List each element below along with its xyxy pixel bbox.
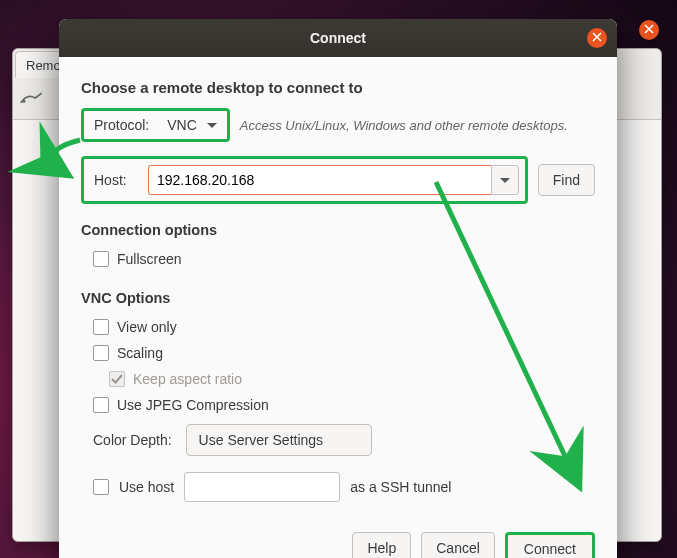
close-icon: [592, 31, 602, 45]
viewonly-row: View only: [81, 314, 595, 340]
viewonly-label: View only: [117, 319, 177, 335]
host-highlight: Host:: [81, 156, 528, 204]
app-icon: [19, 87, 45, 112]
dialog-heading: Choose a remote desktop to connect to: [81, 79, 595, 96]
chevron-down-icon: [207, 123, 217, 128]
ssh-suffix-label: as a SSH tunnel: [350, 479, 451, 495]
viewonly-checkbox[interactable]: [93, 319, 109, 335]
jpeg-label: Use JPEG Compression: [117, 397, 269, 413]
protocol-selector-highlight: Protocol: VNC: [81, 108, 230, 142]
cancel-button[interactable]: Cancel: [421, 532, 495, 558]
scaling-row: Scaling: [81, 340, 595, 366]
host-row: Host: Find: [81, 156, 595, 204]
ssh-host-input[interactable]: [184, 472, 340, 502]
color-depth-label: Color Depth:: [93, 432, 172, 448]
protocol-label: Protocol:: [94, 117, 149, 133]
fullscreen-checkbox[interactable]: [93, 251, 109, 267]
keep-aspect-row: Keep aspect ratio: [81, 366, 595, 392]
window-close-button[interactable]: [639, 20, 659, 40]
jpeg-checkbox[interactable]: [93, 397, 109, 413]
chevron-down-icon: [500, 178, 510, 183]
connection-options-title: Connection options: [81, 222, 595, 238]
protocol-dropdown[interactable]: VNC: [157, 112, 221, 138]
dialog-content: Choose a remote desktop to connect to Pr…: [59, 57, 617, 558]
help-button[interactable]: Help: [352, 532, 411, 558]
fullscreen-label: Fullscreen: [117, 251, 182, 267]
vnc-options-title: VNC Options: [81, 290, 595, 306]
host-input-wrap: [148, 165, 519, 195]
connect-button[interactable]: Connect: [505, 532, 595, 558]
find-button[interactable]: Find: [538, 164, 595, 196]
color-depth-row: Color Depth: Use Server Settings: [81, 418, 595, 462]
host-input[interactable]: [148, 165, 491, 195]
ssh-row: Use host as a SSH tunnel: [81, 462, 595, 508]
color-depth-select[interactable]: Use Server Settings: [186, 424, 372, 456]
dialog-close-button[interactable]: [587, 28, 607, 48]
protocol-row: Protocol: VNC Access Unix/Linux, Windows…: [81, 108, 595, 142]
color-depth-value: Use Server Settings: [199, 432, 324, 448]
usehost-checkbox[interactable]: [93, 479, 109, 495]
close-icon: [644, 23, 654, 37]
desktop-background: Remo Connect Choose a remote desktop to …: [0, 0, 677, 558]
host-label: Host:: [94, 172, 134, 188]
dialog-titlebar: Connect: [59, 19, 617, 57]
connect-dialog: Connect Choose a remote desktop to conne…: [59, 19, 617, 558]
remote-viewer-tab-label: Remo: [26, 58, 61, 73]
svg-point-0: [22, 99, 25, 102]
dialog-title: Connect: [310, 30, 366, 46]
jpeg-row: Use JPEG Compression: [81, 392, 595, 418]
keep-aspect-checkbox: [109, 371, 125, 387]
dialog-button-bar: Help Cancel Connect: [81, 508, 595, 558]
scaling-checkbox[interactable]: [93, 345, 109, 361]
protocol-hint: Access Unix/Linux, Windows and other rem…: [240, 118, 568, 133]
usehost-label: Use host: [119, 479, 174, 495]
scaling-label: Scaling: [117, 345, 163, 361]
fullscreen-row: Fullscreen: [81, 246, 595, 272]
protocol-value: VNC: [167, 117, 197, 133]
keep-aspect-label: Keep aspect ratio: [133, 371, 242, 387]
host-history-dropdown[interactable]: [491, 165, 519, 195]
